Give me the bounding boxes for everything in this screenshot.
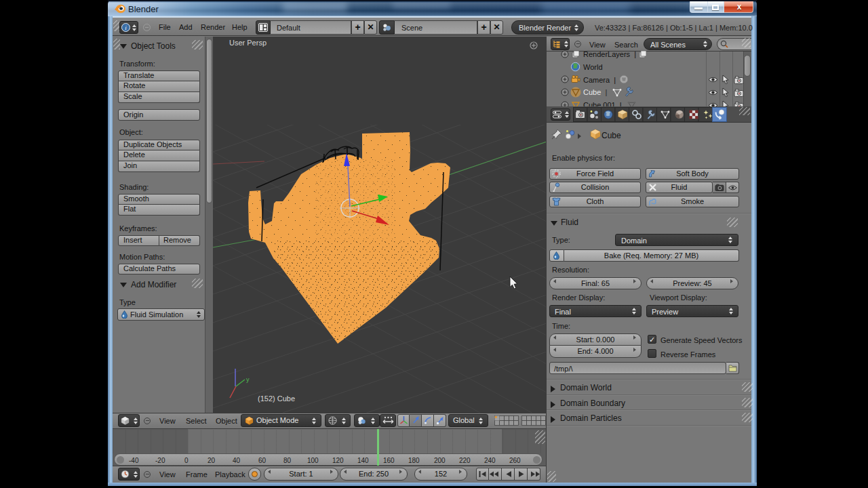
svg-text:(152) Cube: (152) Cube [258, 394, 295, 403]
svg-text:y: y [246, 376, 250, 383]
svg-text:User Persp: User Persp [229, 39, 267, 47]
